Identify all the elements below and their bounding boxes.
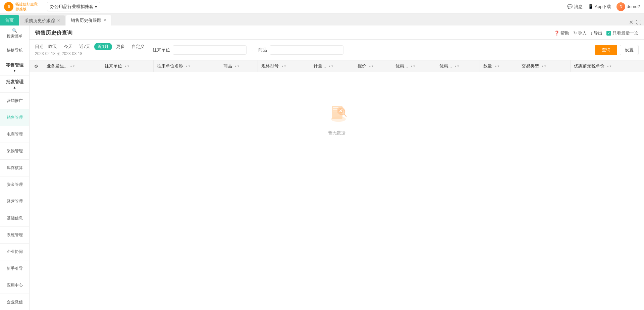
sidebar-item-sales-mgmt[interactable]: 销售管理: [0, 109, 29, 126]
table-container: ⚙ 业务发生... ▲▼ 往来单位 ▲▼ 往来单位名称 ▲▼: [30, 60, 644, 310]
help-action[interactable]: ❓ 帮助: [554, 30, 569, 36]
date-option-custom[interactable]: 自定义: [129, 43, 147, 50]
settings-icon: ⚙: [34, 64, 38, 69]
tab-purchase-history-close[interactable]: ✕: [57, 19, 60, 22]
counter-party-filter: 往来单位 ...: [153, 45, 253, 55]
sidebar-item-new-guide[interactable]: 新手引导: [0, 260, 29, 277]
import-label: 导入: [578, 30, 587, 36]
sidebar: 🔍 搜索菜单 快捷导航 零售管理 ▼ 批发管理 ▲ 营销推广 销售管理 电商管理…: [0, 25, 30, 310]
page-header: 销售历史价查询 ❓ 帮助 ↻ 导入 ↓ 导出 ✓ 只看最后一次: [30, 25, 644, 40]
app-selector[interactable]: 办公用品行业模拟账套 ▾: [47, 2, 100, 11]
main-layout: 🔍 搜索菜单 快捷导航 零售管理 ▼ 批发管理 ▲ 营销推广 销售管理 电商管理…: [0, 25, 644, 310]
checkbox-icon: ✓: [606, 31, 611, 36]
sort-icon-trade-type: ▲▼: [541, 65, 546, 68]
sidebar-item-purchase[interactable]: 采购管理: [0, 143, 29, 160]
th-counter-party[interactable]: 往来单位 ▲▼: [101, 60, 153, 72]
chevron-down-icon: ▾: [95, 4, 97, 9]
product-input[interactable]: [270, 45, 343, 55]
sort-icon-unit: ▲▼: [328, 65, 333, 68]
counter-party-dots[interactable]: ...: [249, 47, 253, 52]
logo-icon: 6: [4, 2, 13, 11]
sort-icon-product: ▲▼: [234, 65, 240, 68]
counter-party-input[interactable]: [173, 45, 247, 55]
sort-icon-discount1: ▲▼: [410, 65, 416, 68]
app-download-label: App下载: [595, 4, 611, 10]
import-action[interactable]: ↻ 导入: [573, 30, 587, 36]
sidebar-item-operations[interactable]: 经营管理: [0, 193, 29, 210]
sidebar-item-inventory[interactable]: 库存核算: [0, 160, 29, 176]
tab-purchase-history-label: 采购历史价跟踪: [24, 18, 55, 24]
date-option-yesterday[interactable]: 昨天: [46, 43, 60, 50]
sidebar-item-marketing[interactable]: 营销推广: [0, 93, 29, 109]
sidebar-item-finance[interactable]: 资金管理: [0, 176, 29, 193]
header-right: 💬 消息 📱 App下载 D demo2: [567, 2, 640, 11]
empty-text: 暂无数据: [328, 130, 345, 136]
th-spec[interactable]: 规格型号 ▲▼: [258, 60, 310, 72]
sidebar-item-search[interactable]: 🔍 搜索菜单: [0, 25, 29, 42]
sort-icon-biz-date: ▲▼: [70, 65, 75, 68]
th-unit[interactable]: 计量... ▲▼: [310, 60, 354, 72]
query-button[interactable]: 查询: [595, 45, 617, 55]
app-download-action[interactable]: 📱 App下载: [588, 4, 611, 10]
tab-purchase-history[interactable]: 采购历史价跟踪 ✕: [19, 15, 65, 25]
sidebar-item-basic-info[interactable]: 基础信息: [0, 210, 29, 227]
username-label: demo2: [627, 4, 640, 9]
th-quote[interactable]: 报价 ▲▼: [354, 60, 392, 72]
sort-icon-pre-discount-price: ▲▼: [606, 65, 612, 68]
th-biz-date[interactable]: 业务发生... ▲▼: [43, 60, 101, 72]
sidebar-item-retail[interactable]: 零售管理 ▼: [0, 59, 29, 76]
th-trade-type[interactable]: 交易类型 ▲▼: [518, 60, 570, 72]
fullscreen-icon[interactable]: ⛶: [636, 19, 641, 25]
th-counter-party-name[interactable]: 往来单位名称 ▲▼: [153, 60, 220, 72]
sidebar-item-quick-nav[interactable]: 快捷导航: [0, 42, 29, 59]
data-table: ⚙ 业务发生... ▲▼ 往来单位 ▲▼ 往来单位名称 ▲▼: [30, 60, 644, 72]
download-icon: 📱: [588, 4, 593, 9]
page-title: 销售历史价查询: [35, 30, 72, 37]
empty-state: 暂无数据: [30, 72, 644, 163]
sidebar-item-system[interactable]: 系统管理: [0, 227, 29, 244]
date-option-more[interactable]: 更多: [113, 43, 127, 50]
product-dots[interactable]: ...: [346, 47, 350, 52]
page-header-actions: ❓ 帮助 ↻ 导入 ↓ 导出 ✓ 只看最后一次: [554, 30, 639, 36]
tab-bar: 首页 采购历史价跟踪 ✕ 销售历史价跟踪 ✕ ✕ ⛶: [0, 13, 644, 25]
th-pre-discount-price[interactable]: 优惠前无税单价 ▲▼: [570, 60, 644, 72]
sidebar-item-operations-label: 经营管理: [7, 199, 23, 204]
svg-line-10: [344, 114, 346, 116]
th-discount2[interactable]: 优惠... ▲▼: [436, 60, 480, 72]
close-window-icon[interactable]: ✕: [629, 19, 633, 25]
message-action[interactable]: 💬 消息: [567, 4, 583, 10]
export-action[interactable]: ↓ 导出: [591, 30, 603, 36]
sidebar-item-purchase-label: 采购管理: [7, 148, 23, 154]
sidebar-item-new-guide-label: 新手引导: [7, 266, 23, 271]
export-label: 导出: [594, 30, 602, 36]
th-discount1[interactable]: 优惠... ▲▼: [392, 60, 436, 72]
th-settings[interactable]: ⚙: [30, 60, 43, 72]
sidebar-item-ecommerce[interactable]: 电商管理: [0, 126, 29, 143]
logo-text: 畅捷信好生意 标准版: [15, 2, 38, 11]
th-product[interactable]: 商品 ▲▼: [220, 60, 258, 72]
help-label: 帮助: [560, 30, 569, 36]
tab-home-label: 首页: [5, 17, 14, 23]
date-range-text: 2023-02-18 至 2023-03-18: [35, 51, 147, 57]
retail-arrow-icon: ▼: [13, 69, 16, 72]
tab-sales-history-close[interactable]: ✕: [103, 18, 106, 22]
date-option-1month[interactable]: 近1月: [94, 43, 112, 50]
product-label: 商品: [258, 47, 267, 53]
date-label: 日期: [35, 44, 44, 50]
sidebar-item-wholesale[interactable]: 批发管理 ▲: [0, 76, 29, 93]
tab-sales-history[interactable]: 销售历史价跟踪 ✕: [66, 15, 111, 25]
sidebar-item-wechat[interactable]: 企业微信: [0, 294, 29, 310]
only-last-checkbox[interactable]: ✓ 只看最后一次: [606, 30, 639, 36]
user-action[interactable]: D demo2: [616, 2, 640, 11]
th-quantity[interactable]: 数量 ▲▼: [480, 60, 518, 72]
product-filter: 商品 ...: [258, 45, 350, 55]
sidebar-item-app-center[interactable]: 应用中心: [0, 277, 29, 294]
date-option-today[interactable]: 今天: [61, 43, 75, 50]
sidebar-item-enterprise[interactable]: 企业协同: [0, 244, 29, 260]
settings-button[interactable]: 设置: [620, 45, 639, 55]
top-header: 6 畅捷信好生意 标准版 办公用品行业模拟账套 ▾ 💬 消息 📱 App下载 D…: [0, 0, 644, 13]
sidebar-item-retail-label: 零售管理: [6, 62, 23, 68]
date-option-7days[interactable]: 近7天: [76, 43, 93, 50]
sidebar-item-inventory-label: 库存核算: [7, 165, 23, 171]
tab-home[interactable]: 首页: [0, 15, 19, 25]
